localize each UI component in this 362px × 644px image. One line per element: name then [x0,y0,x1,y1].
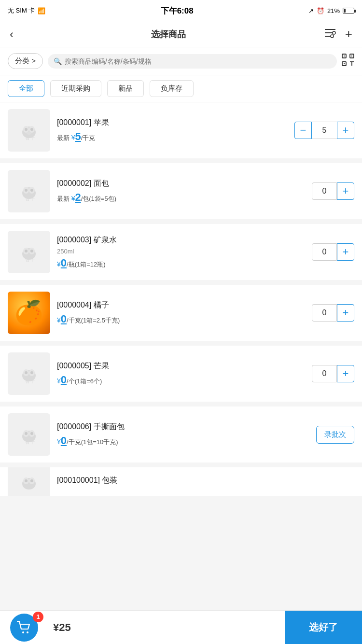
tab-negative[interactable]: 负库存 [150,80,194,97]
batch-button-6[interactable]: 录批次 [316,426,354,444]
svg-point-17 [30,128,33,131]
product-spec-3: 250ml [57,248,305,255]
qty-control-3: 0 + [312,243,354,261]
placeholder-owl-6: 智十 [17,423,41,446]
price-unit-1: /千克 [81,134,96,141]
svg-point-50 [27,631,28,633]
price-unit-5: /个(1箱=6个) [67,378,102,385]
page-title: 选择商品 [151,28,186,40]
filter-icon[interactable] [324,28,336,41]
product-info-5: [0000005] 芒果 ¥0/个(1箱=6个) [57,361,305,386]
qty-plus-2[interactable]: + [337,182,354,200]
placeholder-owl-5: 智十 [17,362,41,385]
product-image-5: 智十 [8,352,50,395]
product-info-4: [0000004] 橘子 ¥0/千克(1箱=2.5千克) [57,300,305,325]
product-name-1: [0000001] 苹果 [57,118,288,128]
svg-point-24 [30,189,33,192]
product-item-1: 智十 [0000001] 苹果 最新 ¥5/千克 − + [0,102,362,158]
status-bar: 无 SIM 卡 📶 下午6:08 ↗ ⏰ 21% [0,0,362,21]
product-image-2: 智十 [8,170,50,212]
product-info-7: [000100001] 包装 [57,476,354,488]
svg-point-47 [25,479,28,482]
svg-text:智十: 智十 [25,196,35,201]
search-box: 🔍 [48,54,337,69]
svg-point-42 [30,432,33,435]
cart-badge: 1 [33,612,43,622]
price-value-1: 5 [75,130,81,142]
svg-point-36 [30,371,33,374]
qty-plus-3[interactable]: + [337,243,354,261]
carrier-label: 无 SIM 卡 [8,6,35,15]
alarm-icon: ⏰ [317,7,324,14]
qty-minus-1[interactable]: − [294,122,312,139]
product-item-4: [0000004] 橘子 ¥0/千克(1箱=2.5千克) 0 + [0,285,362,341]
back-button[interactable]: ‹ [10,28,14,41]
search-icon: 🔍 [54,57,62,65]
product-name-3: [0000003] 矿泉水 [57,235,305,245]
product-image-7 [8,467,50,496]
product-price-6: ¥0/千克(1包=10千克) [57,434,309,447]
product-list: 智十 [0000001] 苹果 最新 ¥5/千克 − + [0,102,362,535]
product-info-1: [0000001] 苹果 最新 ¥5/千克 [57,118,288,143]
product-name-2: [0000002] 面包 [57,179,305,189]
price-symbol-4: ¥ [57,316,61,324]
wifi-icon: 📶 [38,7,45,14]
qty-display-5: 0 [312,365,337,382]
tab-recent[interactable]: 近期采购 [50,80,101,97]
scan-icon[interactable] [342,54,354,69]
battery-icon [343,8,354,14]
product-image-1: 智十 [8,109,50,152]
product-image-4 [8,292,50,334]
category-button[interactable]: 分类 > [8,53,43,69]
price-unit-6: /千克(1包=10千克) [67,438,118,446]
svg-point-41 [25,432,28,435]
qty-display-4: 0 [312,304,337,322]
product-name-5: [0000005] 芒果 [57,361,305,371]
svg-point-29 [25,250,28,252]
product-info-2: [0000002] 面包 最新 ¥2/包(1袋=5包) [57,179,305,204]
nav-bar: ‹ 选择商品 + [0,21,362,47]
placeholder-owl: 智十 [17,119,41,142]
price-value-5: 0 [61,374,67,386]
product-item-5: 智十 [0000005] 芒果 ¥0/个(1箱=6个) 0 + [0,346,362,402]
product-item-2: 智十 [0000002] 面包 最新 ¥2/包(1袋=5包) 0 + [0,163,362,219]
product-price-3: ¥0/瓶(1箱=12瓶) [57,257,305,269]
confirm-button[interactable]: 选好了 [285,611,362,644]
price-value-4: 0 [61,313,67,325]
price-value-3: 0 [61,257,67,269]
search-input[interactable] [65,57,331,65]
qty-control-5: 0 + [312,365,354,382]
footer-total-price: ¥25 [48,621,285,634]
price-unit-4: /千克(1箱=2.5千克) [67,317,120,324]
svg-point-16 [25,128,28,131]
battery-label: 21% [327,7,340,14]
price-value-2: 2 [75,191,81,203]
qty-control-4: 0 + [312,304,354,322]
price-prefix-2: 最新 [57,195,71,202]
svg-rect-10 [344,63,345,64]
product-name-7: [000100001] 包装 [57,476,354,486]
price-symbol-3: ¥ [57,260,61,268]
tabs-bar: 全部 近期采购 新品 负库存 [0,75,362,102]
svg-point-4 [331,35,334,38]
svg-text:智十: 智十 [25,378,35,384]
qty-plus-5[interactable]: + [337,365,354,382]
product-image-3: 智十 [8,231,50,273]
svg-point-49 [22,631,24,633]
price-unit-2: /包(1袋=5包) [81,195,116,202]
nav-actions: + [324,27,352,42]
price-symbol-5: ¥ [57,377,61,385]
price-value-6: 0 [61,434,67,447]
tab-new[interactable]: 新品 [107,80,144,97]
tab-all[interactable]: 全部 [8,80,44,97]
status-left: 无 SIM 卡 📶 [8,6,45,15]
product-item-7-partial: [000100001] 包装 [0,467,362,496]
footer-cart-area: 1 [0,614,48,642]
svg-rect-8 [344,56,345,56]
qty-plus-4[interactable]: + [337,304,354,322]
svg-text:智十: 智十 [25,257,35,262]
add-icon[interactable]: + [345,27,352,42]
qty-input-1[interactable] [312,122,337,139]
product-price-4: ¥0/千克(1箱=2.5千克) [57,313,305,325]
qty-plus-1[interactable]: + [337,122,354,139]
